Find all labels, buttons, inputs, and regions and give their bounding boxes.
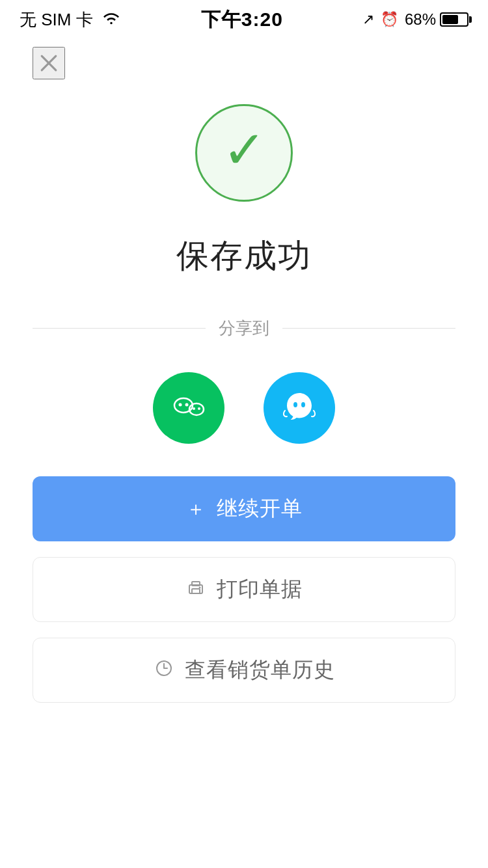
qq-share-button[interactable] — [264, 372, 335, 444]
battery: 68% — [405, 10, 468, 29]
success-title: 保存成功 — [176, 234, 312, 278]
wechat-icon — [169, 388, 208, 427]
svg-point-9 — [301, 402, 305, 407]
action-buttons: ＋ 继续开单 打印单据 查看销货单历史 — [0, 476, 488, 703]
battery-fill — [442, 15, 458, 24]
location-icon: ↗ — [362, 11, 374, 28]
svg-point-7 — [198, 407, 200, 410]
svg-rect-11 — [192, 582, 200, 586]
printer-icon — [185, 577, 206, 603]
share-section: 分享到 — [0, 317, 488, 444]
print-label: 打印单据 — [217, 575, 303, 604]
share-icons — [33, 372, 455, 444]
plus-icon: ＋ — [186, 496, 206, 522]
main-content: ✓ 保存成功 分享到 — [0, 39, 488, 703]
alarm-icon: ⏰ — [381, 11, 398, 28]
checkmark-icon: ✓ — [223, 124, 266, 176]
close-button[interactable] — [33, 47, 65, 79]
continue-label: 继续开单 — [217, 495, 303, 523]
history-label: 查看销货单历史 — [185, 656, 335, 685]
qq-icon — [280, 388, 319, 428]
svg-rect-12 — [192, 589, 200, 593]
battery-icon — [440, 12, 468, 27]
status-right: ↗ ⏰ 68% — [362, 10, 468, 29]
status-bar: 无 SIM 卡 下午3:20 ↗ ⏰ 68% — [0, 0, 488, 39]
history-icon — [154, 658, 174, 683]
time-display: 下午3:20 — [201, 7, 283, 33]
share-divider: 分享到 — [33, 317, 455, 340]
carrier-text: 无 SIM 卡 — [20, 8, 93, 31]
status-left: 无 SIM 卡 — [20, 8, 122, 31]
print-button[interactable]: 打印单据 — [33, 557, 455, 622]
wechat-share-button[interactable] — [153, 372, 224, 444]
battery-text: 68% — [405, 10, 436, 29]
svg-point-5 — [185, 403, 189, 407]
svg-point-4 — [179, 403, 182, 407]
share-label: 分享到 — [219, 317, 269, 340]
svg-point-13 — [199, 586, 201, 588]
success-circle: ✓ — [195, 104, 293, 202]
wifi-icon — [101, 10, 122, 30]
svg-point-6 — [193, 407, 195, 410]
continue-button[interactable]: ＋ 继续开单 — [33, 476, 455, 541]
svg-point-8 — [293, 402, 297, 407]
history-button[interactable]: 查看销货单历史 — [33, 638, 455, 703]
